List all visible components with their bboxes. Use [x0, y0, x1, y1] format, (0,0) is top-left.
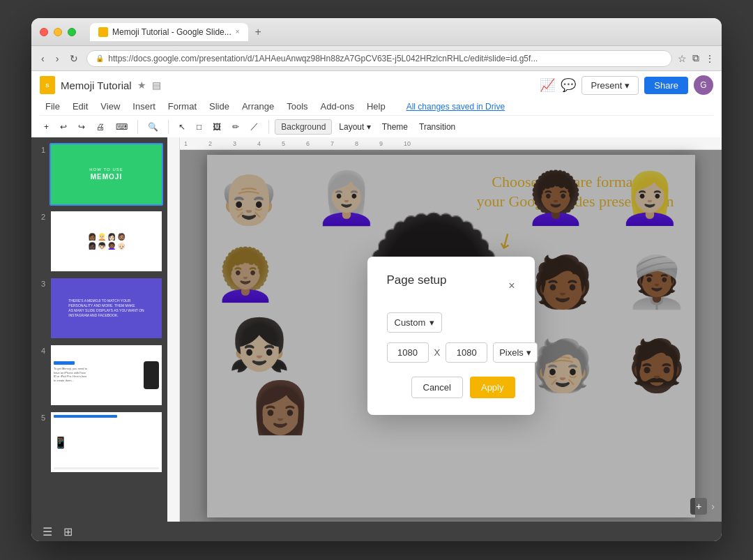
format-arrow-icon: ▾ — [429, 317, 434, 328]
extensions-icon[interactable]: ⧉ — [692, 52, 699, 64]
minimize-button[interactable] — [54, 28, 62, 36]
slide-thumbnail-5[interactable]: 📱 — [50, 411, 163, 474]
menu-format[interactable]: Format — [162, 99, 202, 114]
title-icons: ★ ▤ — [137, 80, 161, 91]
phone-shape — [144, 361, 159, 389]
slide-thumbnail-3[interactable]: THERE'S A MEMOJI TO MATCH YOUR PERSONALI… — [50, 277, 163, 340]
height-input[interactable] — [446, 342, 487, 363]
menu-icon[interactable]: ⋮ — [705, 53, 715, 64]
back-button[interactable]: ‹ — [38, 52, 47, 66]
document-title[interactable]: Memoji Tutorial — [61, 80, 132, 91]
url-bar[interactable]: 🔒 https://docs.google.com/presentation/d… — [86, 50, 672, 67]
star-icon[interactable]: ★ — [137, 80, 146, 91]
slide-num-1: 1 — [36, 143, 45, 154]
user-avatar[interactable]: G — [694, 75, 713, 95]
address-bar: ‹ › ↻ 🔒 https://docs.google.com/presenta… — [31, 46, 722, 71]
toolbar-separator-2 — [168, 120, 169, 134]
url-text: https://docs.google.com/presentation/d/1… — [108, 54, 538, 63]
slide-thumb-2[interactable]: 2 👩🏾👱🏻👩🏻🧔🏽 👩🏿👦🏻👩🏾‍🦱👴🏻 — [36, 210, 163, 273]
title-row: S Memoji Tutorial ★ ▤ 📈 💬 Present ▾ Shar… — [40, 75, 713, 95]
traffic-lights — [40, 28, 76, 36]
menu-slide[interactable]: Slide — [204, 99, 235, 114]
present-dropdown-arrow[interactable]: ▾ — [625, 80, 630, 91]
logo-text: S — [45, 82, 49, 89]
present-button[interactable]: Present ▾ — [581, 76, 639, 95]
menu-view[interactable]: View — [95, 99, 126, 114]
thumb3-content: THERE'S A MEMOJI TO MATCH YOUR PERSONALI… — [68, 298, 144, 318]
menu-help[interactable]: Help — [361, 99, 391, 114]
slide-thumb-3[interactable]: 3 THERE'S A MEMOJI TO MATCH YOUR PERSONA… — [36, 277, 163, 340]
app-window: Memoji Tutorial - Google Slide... × + ‹ … — [31, 18, 722, 541]
close-button[interactable] — [40, 28, 48, 36]
modal-overlay: Page setup × Custom ▾ X — [207, 155, 695, 517]
menu-file[interactable]: File — [40, 99, 66, 114]
refresh-button[interactable]: ↻ — [67, 52, 81, 66]
apply-button[interactable]: Apply — [470, 377, 515, 398]
image-icon[interactable]: 🖼 — [208, 120, 225, 134]
tab-bar: Memoji Tutorial - Google Slide... × + — [90, 23, 266, 41]
thumb1-how: HOW TO USE — [89, 167, 123, 173]
active-tab[interactable]: Memoji Tutorial - Google Slide... × — [90, 23, 248, 41]
forward-button[interactable]: › — [53, 52, 62, 66]
theme-button[interactable]: Theme — [378, 120, 412, 134]
slide-thumbnail-2[interactable]: 👩🏾👱🏻👩🏻🧔🏽 👩🏿👦🏻👩🏾‍🦱👴🏻 — [50, 210, 163, 273]
menu-edit[interactable]: Edit — [67, 99, 93, 114]
slide-thumb-1[interactable]: 1 HOW TO USE MEMOJI — [36, 143, 163, 206]
add-icon[interactable]: + — [40, 120, 53, 134]
maximize-button[interactable] — [68, 28, 76, 36]
dialog-close-button[interactable]: × — [508, 280, 515, 292]
print-icon[interactable]: 🖨 — [92, 120, 109, 134]
list-view-button[interactable]: ☰ — [40, 524, 55, 540]
slide-num-2: 2 — [36, 210, 45, 221]
new-tab-button[interactable]: + — [251, 26, 266, 38]
line-icon[interactable]: ／ — [246, 119, 263, 135]
page-setup-dialog: Page setup × Custom ▾ X — [367, 257, 535, 415]
redo-icon[interactable]: ↪ — [74, 120, 89, 134]
slide-thumb-5[interactable]: 5 📱 — [36, 411, 163, 474]
layout-button[interactable]: Layout ▾ — [335, 120, 374, 134]
format-dropdown[interactable]: Custom ▾ — [387, 312, 443, 333]
slide-num-4: 4 — [36, 344, 45, 355]
comment-icon[interactable]: 💬 — [561, 77, 576, 93]
main-area: 1 HOW TO USE MEMOJI 2 👩🏾👱🏻👩🏻🧔 — [31, 137, 722, 522]
collapse-panel-button[interactable]: › — [711, 501, 715, 512]
undo-icon[interactable]: ↩ — [56, 120, 71, 134]
titlebar: Memoji Tutorial - Google Slide... × + — [31, 18, 722, 46]
grid-view-button[interactable]: ⊞ — [61, 524, 75, 540]
canvas-area: 1 2 3 4 5 6 7 8 9 10 Choose a square for… — [167, 137, 722, 522]
slide-thumbnail-1[interactable]: HOW TO USE MEMOJI — [50, 143, 163, 206]
paint-icon[interactable]: ⌨ — [112, 120, 132, 134]
folder-icon[interactable]: ▤ — [152, 80, 161, 91]
slides-logo: S — [40, 76, 55, 94]
background-button[interactable]: Background — [275, 119, 332, 135]
menu-tools[interactable]: Tools — [281, 99, 313, 114]
slide-num-5: 5 — [36, 411, 45, 422]
transition-button[interactable]: Transition — [415, 120, 459, 134]
tab-close-button[interactable]: × — [236, 28, 240, 36]
bookmark-icon[interactable]: ☆ — [678, 53, 687, 64]
slide-thumb-4[interactable]: 4 To get Memoji, you need tohave an iPho… — [36, 344, 163, 407]
unit-dropdown[interactable]: Pixels ▾ — [493, 342, 538, 363]
draw-icon[interactable]: ✏ — [228, 120, 243, 134]
present-label: Present — [591, 80, 622, 91]
slide-num-3: 3 — [36, 277, 45, 288]
slide-thumbnail-4[interactable]: To get Memoji, you need tohave an iPhone… — [50, 344, 163, 407]
shapes-icon[interactable]: □ — [192, 120, 206, 134]
menu-insert[interactable]: Insert — [127, 99, 161, 114]
autosave-status[interactable]: All changes saved in Drive — [401, 100, 510, 114]
menu-bar: File Edit View Insert Format Slide Arran… — [40, 98, 713, 115]
bottom-bar: ☰ ⊞ — [31, 522, 722, 541]
tab-label: Memoji Tutorial - Google Slide... — [112, 27, 231, 37]
zoom-icon[interactable]: 🔍 — [144, 120, 162, 134]
width-input[interactable] — [387, 342, 429, 363]
share-button[interactable]: Share — [644, 77, 688, 94]
menu-addons[interactable]: Add-ons — [315, 99, 360, 114]
cursor-icon[interactable]: ↖ — [174, 120, 190, 134]
slides-tab-icon — [98, 27, 108, 37]
cancel-button[interactable]: Cancel — [411, 377, 463, 398]
slide-panel: 1 HOW TO USE MEMOJI 2 👩🏾👱🏻👩🏻🧔 — [31, 137, 167, 522]
menu-arrange[interactable]: Arrange — [236, 99, 280, 114]
chart-icon[interactable]: 📈 — [540, 77, 555, 93]
ruler-horizontal: 1 2 3 4 5 6 7 8 9 10 — [167, 137, 722, 150]
format-dropdown-row: Custom ▾ — [387, 312, 515, 333]
